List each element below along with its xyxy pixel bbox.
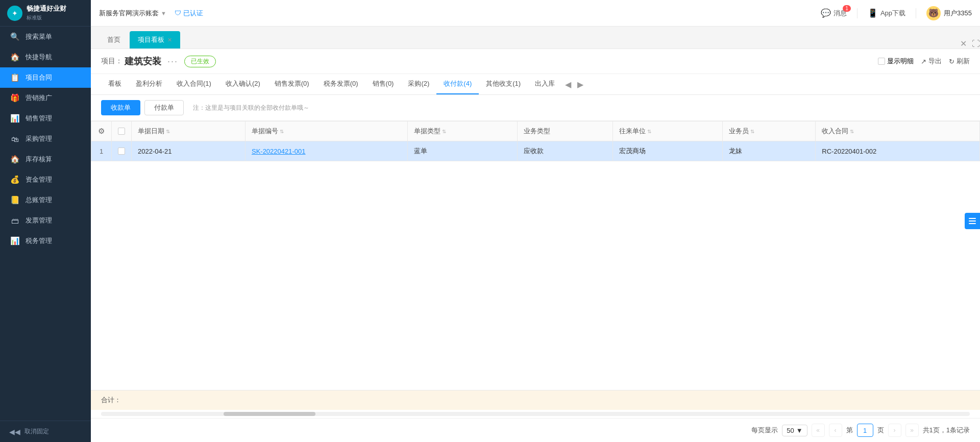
message-icon: 💬: [821, 8, 831, 18]
sort-icon3: ⇅: [442, 129, 446, 134]
sidebar-item-fund-mgmt[interactable]: 💰 资金管理: [0, 169, 91, 190]
th-salesman[interactable]: 业务员 ⇅: [722, 121, 816, 141]
content-area: 项目： 建筑安装 ··· 已生效 显示明细 ↗ 导出 ↻ 刷新: [91, 49, 980, 442]
record-link[interactable]: SK-20220421-001: [252, 148, 306, 155]
cell-biz-type: 应收款: [517, 141, 613, 161]
th-date[interactable]: 单据日期 ⇅: [132, 121, 246, 141]
app-download-button[interactable]: 📱 App下载: [868, 8, 905, 18]
username: 用户3355: [944, 9, 972, 18]
close-window-icon[interactable]: ✕: [960, 39, 967, 48]
subnav-sales-invoice[interactable]: 销售发票(0): [267, 74, 316, 94]
expand-window-icon[interactable]: ⛶: [972, 39, 980, 48]
table-row[interactable]: 1 2022-04-21 SK-20220421-001 蓝单 应收款 宏茂商: [91, 141, 980, 161]
subnav-sales[interactable]: 销售(0): [365, 74, 401, 94]
table-footer: 合计：: [91, 390, 980, 410]
refresh-button[interactable]: ↻ 刷新: [949, 57, 970, 66]
app-title: 畅捷通好业财: [27, 5, 66, 13]
tab-project-board[interactable]: 项目看板 ✕: [130, 31, 180, 48]
tab-close-icon[interactable]: ✕: [167, 37, 172, 43]
current-page-indicator[interactable]: 1: [857, 424, 873, 437]
invoice-icon: 🗃: [9, 216, 20, 225]
project-more-icon[interactable]: ···: [167, 56, 178, 67]
tab-payment[interactable]: 付款单: [144, 100, 184, 115]
certified-badge: 🛡 已认证: [175, 9, 203, 18]
sidebar-item-purchase-mgmt[interactable]: 🛍 采购管理: [0, 129, 91, 149]
cell-number[interactable]: SK-20220421-001: [245, 141, 407, 161]
cell-check[interactable]: [112, 141, 132, 161]
th-partner[interactable]: 往来单位 ⇅: [613, 121, 722, 141]
tab-receipt[interactable]: 收款单: [101, 100, 140, 115]
subnav-purchase[interactable]: 采购(2): [401, 74, 436, 94]
tabbar: 首页 项目看板 ✕ ✕ ⛶: [91, 27, 980, 49]
per-page-select[interactable]: 50 ▼: [782, 425, 807, 436]
sidebar-item-search[interactable]: 🔍 搜索菜单: [0, 27, 91, 47]
sidebar-item-tax-mgmt[interactable]: 📊 税务管理: [0, 231, 91, 251]
subnav-income-contract[interactable]: 收入合同(1): [169, 74, 218, 94]
subnav-prev-arrow[interactable]: ◀: [562, 77, 574, 92]
fund-icon: 💰: [9, 175, 20, 184]
message-badge: 1: [843, 5, 851, 12]
row-checkbox[interactable]: [118, 148, 125, 155]
sidebar-item-quick-nav[interactable]: 🏠 快捷导航: [0, 47, 91, 67]
subnav-income-confirm[interactable]: 收入确认(2): [218, 74, 267, 94]
account-dropdown-icon[interactable]: ▼: [161, 10, 166, 16]
phone-icon: 📱: [868, 8, 878, 18]
subnav-profit[interactable]: 盈利分析: [129, 74, 169, 94]
panel-tabs: 收款单 付款单 注：这里是与项目关联的全部收付款单哦～: [91, 95, 980, 121]
right-float-button[interactable]: [965, 213, 980, 229]
th-number[interactable]: 单据编号 ⇅: [245, 121, 407, 141]
sidebar-item-project-contract[interactable]: 📋 项目合同: [0, 67, 91, 88]
scrollbar-area: [91, 410, 980, 418]
sidebar-item-ledger-mgmt[interactable]: 📒 总账管理: [0, 190, 91, 210]
subnav-next-arrow[interactable]: ▶: [574, 77, 586, 92]
topbar-actions: 💬 消息 1 📱 App下载 🐻 用户3355: [821, 6, 972, 20]
per-page-dropdown-icon: ▼: [796, 427, 803, 434]
sidebar-item-sales-mgmt[interactable]: 📊 销售管理: [0, 108, 91, 129]
tab-home[interactable]: 首页: [99, 31, 129, 48]
horizontal-scrollbar[interactable]: [101, 412, 970, 416]
show-detail-toggle[interactable]: 显示明细: [878, 57, 914, 66]
subnav-other-expense[interactable]: 其他收支(1): [479, 74, 528, 94]
panel-note: 注：这里是与项目关联的全部收付款单哦～: [193, 104, 309, 112]
select-all-checkbox[interactable]: [118, 128, 125, 135]
per-page-label: 每页显示: [751, 426, 778, 435]
export-button[interactable]: ↗ 导出: [921, 57, 942, 66]
show-detail-checkbox[interactable]: [878, 58, 885, 65]
sidebar-item-label: 发票管理: [26, 216, 52, 225]
table-wrapper: ⚙ 单据日期 ⇅: [91, 121, 980, 390]
sidebar-item-label: 总账管理: [26, 195, 52, 205]
sidebar-item-inventory[interactable]: 🏠 库存核算: [0, 149, 91, 169]
page-prev-button[interactable]: ‹: [829, 424, 842, 437]
subnav-tax-invoice[interactable]: 税务发票(0): [316, 74, 365, 94]
sidebar-unpin-button[interactable]: ◀◀ 取消固定: [0, 421, 91, 442]
table-settings-col: ⚙: [91, 121, 112, 141]
project-icon: 📋: [9, 73, 20, 82]
search-icon: 🔍: [9, 32, 20, 41]
user-menu[interactable]: 🐻 用户3355: [926, 6, 972, 20]
page-next-button[interactable]: ›: [888, 424, 901, 437]
page-last-button[interactable]: »: [905, 424, 919, 437]
sidebar-item-invoice-mgmt[interactable]: 🗃 发票管理: [0, 210, 91, 231]
scrollbar-thumb[interactable]: [224, 412, 315, 416]
refresh-label: 刷新: [957, 57, 970, 66]
settings-icon[interactable]: ⚙: [98, 127, 105, 135]
subnav-warehouse[interactable]: 出入库: [528, 74, 562, 94]
sidebar-item-marketing[interactable]: 🎁 营销推广: [0, 88, 91, 108]
message-button[interactable]: 💬 消息 1: [821, 8, 847, 18]
pagination: 每页显示 50 ▼ « ‹ 第 1 页 › » 共1页，1条记录: [91, 418, 980, 442]
cell-seq: 1: [91, 141, 112, 161]
project-header: 项目： 建筑安装 ··· 已生效 显示明细 ↗ 导出 ↻ 刷新: [91, 49, 980, 74]
sidebar-item-label: 资金管理: [26, 175, 52, 184]
inventory-icon: 🏠: [9, 155, 20, 164]
subnav-kanban[interactable]: 看板: [101, 74, 129, 94]
data-table: ⚙ 单据日期 ⇅: [91, 121, 980, 161]
page-first-button[interactable]: «: [812, 424, 825, 437]
th-type[interactable]: 单据类型 ⇅: [408, 121, 517, 141]
topbar: 新服务官网演示账套 ▼ 🛡 已认证 💬 消息 1 📱 App下载 🐻 用户335…: [91, 0, 980, 27]
sidebar-item-label: 库存核算: [26, 155, 52, 164]
purchase-icon: 🛍: [9, 135, 20, 143]
th-income-contract[interactable]: 收入合同 ⇅: [816, 121, 980, 141]
sales-icon: 📊: [9, 114, 20, 123]
subnav-receipts[interactable]: 收付款(4): [436, 74, 479, 94]
app-version: 标准版: [27, 14, 66, 21]
